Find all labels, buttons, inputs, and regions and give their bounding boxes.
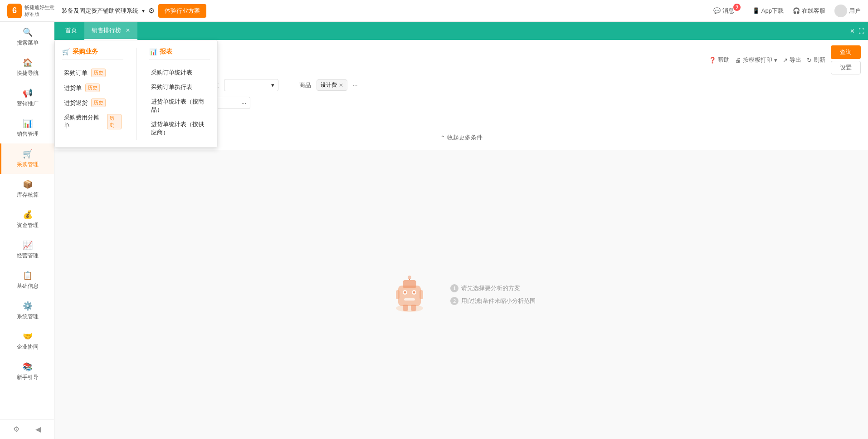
svg-rect-11	[411, 305, 416, 311]
topbar-right: 💬 消息 9 📱 App下载 🎧 在线客服 用户	[713, 5, 861, 17]
goods-tag: 设计费 ✕	[317, 79, 347, 91]
sidebar-item-operations[interactable]: 📈 经营管理	[0, 235, 54, 265]
dropdown-report-order-exec[interactable]: 采购订单执行表	[149, 80, 210, 94]
collapse-sidebar-icon[interactable]: ◀	[35, 425, 41, 434]
svg-point-12	[408, 276, 411, 279]
system-icon: ⚙️	[23, 301, 33, 311]
phone-icon: 📱	[752, 7, 760, 14]
industry-btn[interactable]: 体验行业方案	[158, 4, 206, 18]
marketing-icon: 📢	[23, 88, 33, 98]
refresh-btn[interactable]: ↻ 刷新	[807, 56, 825, 64]
sales-icon: 📊	[23, 118, 33, 128]
online-service-btn[interactable]: 🎧 在线客服	[793, 7, 825, 15]
export-btn[interactable]: ↗ 导出	[783, 56, 801, 64]
sidebar-item-marketing[interactable]: 📢 营销推广	[0, 83, 54, 113]
logo-icon: 6	[7, 4, 22, 18]
sidebar-label-basic: 基础信息	[17, 282, 39, 290]
export-icon: ↗	[783, 57, 788, 64]
svg-rect-10	[403, 305, 408, 311]
dropdown-report-receipt-by-goods[interactable]: 进货单统计表（按商品）	[149, 94, 210, 117]
sidebar-item-basic[interactable]: 📋 基础信息	[0, 265, 54, 296]
print-icon: 🖨	[735, 57, 741, 64]
tab-sales-ranking[interactable]: 销售排行榜 ✕	[84, 22, 137, 40]
dropdown-report-order-stat[interactable]: 采购订单统计表	[149, 65, 210, 80]
empty-state: 1 请先选择要分析的方案 2 用[过滤]条件来缩小分析范围	[387, 272, 535, 317]
sidebar-label-sales: 销售管理	[17, 130, 39, 138]
sidebar-item-enterprise[interactable]: 🤝 企业协同	[0, 326, 54, 356]
sidebar-item-guide[interactable]: 📚 新手引导	[0, 356, 54, 387]
settings-bottom-icon[interactable]: ⚙	[13, 425, 20, 434]
help-icon: ❓	[709, 57, 716, 64]
action-btns: 查询 设置	[831, 45, 861, 74]
svg-rect-8	[396, 290, 400, 299]
sidebar-item-quick[interactable]: 🏠 快捷导航	[0, 52, 54, 83]
hint-num-2: 2	[450, 297, 458, 305]
sidebar-label-quick: 快捷导航	[17, 69, 39, 77]
salesperson-dots: ···	[241, 99, 246, 106]
dropdown-report-receipt-by-supplier[interactable]: 进货单统计表（按供应商）	[149, 117, 210, 140]
guide-icon: 📚	[23, 362, 33, 372]
app-download-btn[interactable]: 📱 App下载	[752, 7, 784, 15]
sidebar-label-inventory: 库存核算	[17, 191, 39, 199]
system-gear-icon[interactable]: ⚙	[148, 6, 155, 15]
sidebar-item-finance[interactable]: 💰 资金管理	[0, 204, 54, 235]
content-area: 1 请先选择要分析的方案 2 用[过滤]条件来缩小分析范围	[54, 150, 868, 439]
operations-icon: 📈	[23, 240, 33, 250]
print-chevron-icon[interactable]: ▾	[774, 57, 777, 64]
doc-status-select[interactable]: ▾	[224, 79, 278, 91]
history-badge-0: 历史	[91, 69, 106, 77]
print-btn[interactable]: 🖨 按模板打印 ▾	[735, 56, 777, 64]
search-icon: 🔍	[23, 27, 33, 37]
sidebar-label-search: 搜索菜单	[17, 39, 39, 47]
sidebar-item-system[interactable]: ⚙️ 系统管理	[0, 296, 54, 326]
dropdown-columns: 🛒 采购业务 采购订单 历史 进货单 历史 进货退货 历史 采购费用分摊单 历史	[62, 48, 210, 140]
message-btn[interactable]: 💬 消息 9	[713, 7, 743, 15]
refresh-icon: ↻	[807, 57, 812, 64]
tab-home[interactable]: 首页	[58, 22, 84, 40]
basic-icon: 📋	[23, 271, 33, 281]
topbar: 6 畅捷通好生意 标准版 装备及固定资产辅助管理系统 ▾ ⚙ 体验行业方案 💬 …	[0, 0, 868, 22]
sidebar-item-search[interactable]: 🔍 搜索菜单	[0, 22, 54, 52]
history-badge-1: 历史	[85, 84, 100, 92]
sidebar-bottom: ⚙ ◀	[0, 419, 54, 439]
query-btn[interactable]: 查询	[831, 45, 861, 59]
tab-bar-right: ✕ ⛶	[850, 28, 864, 35]
sidebar-item-sales[interactable]: 📊 销售管理	[0, 113, 54, 143]
dropdown-divider	[136, 48, 137, 140]
dropdown-purchase-expense[interactable]: 采购费用分摊单 历史	[62, 110, 123, 133]
reports-col-title: 📊 报表	[149, 48, 210, 60]
purchase-col-title: 🛒 采购业务	[62, 48, 123, 60]
goods-more-dots[interactable]: ···	[353, 82, 358, 89]
help-btn[interactable]: ❓ 帮助	[709, 56, 730, 64]
toolbar-right: ❓ 帮助 🖨 按模板打印 ▾ ↗ 导出 ↻ 刷新	[709, 45, 861, 74]
svg-point-5	[404, 291, 406, 294]
tab-close-icon[interactable]: ✕	[126, 27, 130, 34]
dropdown-purchase-receipt[interactable]: 进货单 历史	[62, 80, 123, 95]
tab-close-window-icon[interactable]: ✕	[850, 28, 855, 35]
logo-text: 畅捷通好生意 标准版	[24, 4, 54, 17]
set-btn[interactable]: 设置	[831, 61, 861, 74]
dropdown-purchase-return[interactable]: 进货退货 历史	[62, 95, 123, 110]
goods-tag-close-icon[interactable]: ✕	[339, 82, 343, 89]
svg-rect-2	[403, 280, 416, 288]
headset-icon: 🎧	[793, 7, 800, 14]
tab-expand-icon[interactable]: ⛶	[858, 28, 864, 35]
user-btn[interactable]: 用户	[834, 5, 861, 17]
sidebar-label-purchase: 采购管理	[17, 161, 39, 168]
sidebar-item-purchase[interactable]: 🛒 采购管理	[0, 143, 54, 174]
collapse-btn[interactable]: ⌃ 收起更多条件	[431, 131, 492, 144]
dropdown-purchase-order[interactable]: 采购订单 历史	[62, 65, 123, 80]
reports-col: 📊 报表 采购订单统计表 采购订单执行表 进货单统计表（按商品） 进货单统计表（…	[149, 48, 210, 140]
logo-area: 6 畅捷通好生意 标准版	[7, 4, 62, 18]
purchase-icon: 🛒	[23, 149, 33, 159]
svg-rect-1	[398, 286, 421, 306]
svg-rect-7	[404, 298, 415, 301]
history-badge-3: 历史	[107, 114, 121, 129]
hint-1: 1 请先选择要分析的方案	[450, 284, 535, 292]
history-badge-2: 历史	[91, 99, 106, 107]
system-chevron-icon[interactable]: ▾	[142, 8, 145, 14]
sidebar-item-inventory[interactable]: 📦 库存核算	[0, 174, 54, 204]
sidebar-label-system: 系统管理	[17, 313, 39, 321]
enterprise-icon: 🤝	[23, 331, 33, 341]
empty-hints: 1 请先选择要分析的方案 2 用[过滤]条件来缩小分析范围	[450, 284, 535, 305]
